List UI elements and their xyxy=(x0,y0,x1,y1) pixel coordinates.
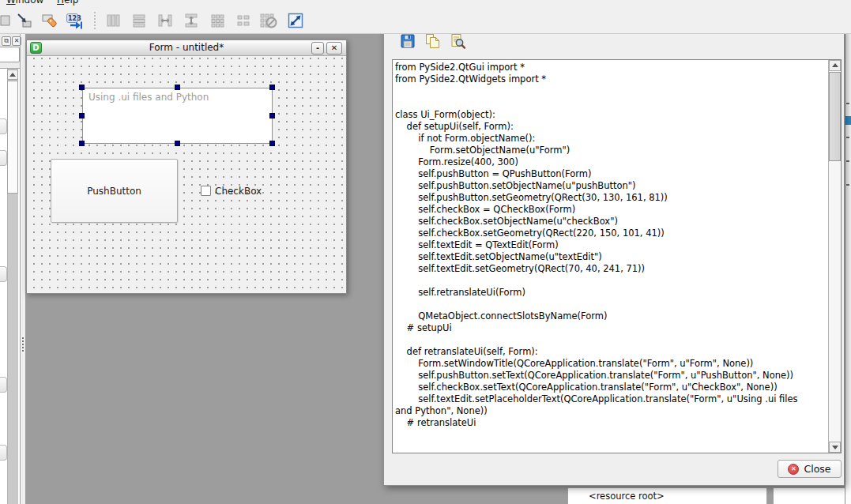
find-icon xyxy=(449,32,467,51)
selection-handle[interactable] xyxy=(175,85,180,90)
pushbutton-label: PushButton xyxy=(87,186,141,197)
menubar: Window Help xyxy=(0,0,851,7)
layout-splitter-vertical-icon xyxy=(183,12,200,29)
dock-border xyxy=(20,34,21,504)
code-scrollbar[interactable] xyxy=(828,60,841,453)
scroll-down-icon[interactable] xyxy=(829,442,841,453)
layout-horizontal-button[interactable] xyxy=(102,9,123,31)
right-dock-item-mark xyxy=(846,137,849,138)
widget-box-item[interactable] xyxy=(0,118,7,134)
selection-handle[interactable] xyxy=(269,113,275,118)
widget-box-item[interactable] xyxy=(0,445,7,461)
adjust-size-button[interactable] xyxy=(284,9,306,31)
close-circle-icon: ✕ xyxy=(788,464,799,475)
checkbox-indicator[interactable] xyxy=(201,186,211,196)
code-view[interactable]: from PySide2.QtGui import * from PySide2… xyxy=(392,59,842,453)
widget-box-search-input[interactable] xyxy=(0,47,20,62)
widget-box-item[interactable] xyxy=(0,377,7,393)
right-dock-item-mark xyxy=(846,184,849,186)
widget-box-item[interactable] xyxy=(0,266,7,282)
edit-buddies-button[interactable] xyxy=(39,9,60,31)
edit-widgets-button[interactable] xyxy=(0,9,13,31)
svg-text:123: 123 xyxy=(68,15,81,22)
copy-icon xyxy=(424,32,442,51)
checkbox-label: CheckBox xyxy=(215,186,262,197)
break-layout-icon xyxy=(259,12,278,29)
layout-grid-icon xyxy=(209,12,226,29)
right-dock-sliver xyxy=(845,28,851,504)
selection-handle[interactable] xyxy=(175,141,180,146)
layout-grid-button[interactable] xyxy=(206,9,228,31)
form-canvas[interactable]: Using .ui files and Python PushButton Ch… xyxy=(27,56,346,293)
menu-window[interactable]: Window xyxy=(6,0,43,6)
view-code-dialog: from PySide2.QtGui import * from PySide2… xyxy=(383,27,845,486)
edit-tab-order-icon: 123 xyxy=(66,12,84,29)
main-toolbar: 123 xyxy=(0,7,851,34)
selection-handle[interactable] xyxy=(79,85,85,90)
widget-box-float-button[interactable]: ⧉ xyxy=(2,36,11,46)
layout-horizontal-icon xyxy=(104,12,122,29)
layout-splitter-horizontal-icon xyxy=(156,12,174,29)
form-window-titlebar[interactable]: D Form - untitled* - ✕ xyxy=(27,40,346,56)
pushbutton-widget[interactable]: PushButton xyxy=(51,159,178,223)
resource-tree-panel[interactable]: <resource root> xyxy=(567,487,767,504)
dialog-close-button[interactable]: ✕ Close xyxy=(778,460,842,478)
edit-buddies-icon xyxy=(41,12,58,29)
selection-handle[interactable] xyxy=(269,141,275,146)
widget-box-item[interactable] xyxy=(0,150,7,166)
edit-tab-order-button[interactable]: 123 xyxy=(64,9,85,31)
right-dock-selected-row[interactable] xyxy=(845,116,851,125)
layout-vertical-button[interactable] xyxy=(128,9,149,31)
checkbox-widget[interactable]: CheckBox xyxy=(201,175,281,207)
code-scroll-thumb[interactable] xyxy=(829,72,841,161)
form-close-button[interactable]: ✕ xyxy=(326,42,342,55)
layout-form-button[interactable] xyxy=(232,9,254,31)
edit-signals-slots-button[interactable] xyxy=(13,9,35,31)
layout-vertical-icon xyxy=(130,12,148,29)
close-button-label: Close xyxy=(804,463,830,475)
form-minimize-button[interactable]: - xyxy=(311,42,324,55)
layout-splitter-horizontal-button[interactable] xyxy=(154,9,175,31)
adjust-size-icon xyxy=(287,12,304,29)
right-dock-item-mark xyxy=(846,103,849,104)
edit-signals-slots-icon xyxy=(16,12,33,29)
selection-handle[interactable] xyxy=(79,113,85,118)
code-text: from PySide2.QtGui import * from PySide2… xyxy=(395,62,827,451)
break-layout-button[interactable] xyxy=(258,9,279,31)
form-window-title: Form - untitled* xyxy=(27,40,346,55)
right-dock-item-mark xyxy=(846,160,849,162)
layout-splitter-vertical-button[interactable] xyxy=(180,9,201,31)
menu-help[interactable]: Help xyxy=(57,0,78,6)
resource-side-panel[interactable] xyxy=(773,487,845,504)
toolbar-separator xyxy=(94,12,96,29)
save-icon xyxy=(399,32,416,50)
widget-box-scroll-up-icon[interactable] xyxy=(7,70,18,80)
layout-form-icon xyxy=(235,12,252,29)
scroll-up-icon[interactable] xyxy=(829,60,841,71)
widget-box-scroll-thumb[interactable] xyxy=(7,81,18,194)
selection-handle[interactable] xyxy=(269,85,275,90)
dock-splitter-handle[interactable] xyxy=(22,337,24,339)
selection-handle[interactable] xyxy=(79,141,85,146)
resource-root-item[interactable]: <resource root> xyxy=(589,488,766,504)
textedit-widget[interactable]: Using .ui files and Python xyxy=(82,88,273,144)
form-editor-window: D Form - untitled* - ✕ Using .ui files a… xyxy=(26,39,347,294)
edit-widgets-icon xyxy=(0,12,12,29)
